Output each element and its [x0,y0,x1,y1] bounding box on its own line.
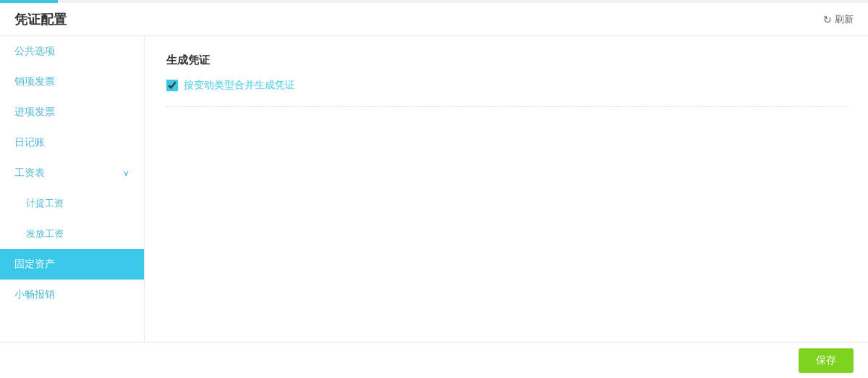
sidebar-item-label: 工资表 [14,167,45,180]
merge-by-type-label[interactable]: 按变动类型合并生成凭证 [184,79,295,92]
sidebar-item-public[interactable]: 公共选项 [0,36,144,67]
sidebar-item-label: 公共选项 [14,45,55,58]
sidebar-item-label: 计提工资 [26,197,64,210]
refresh-button[interactable]: ↻ 刷新 [823,13,854,26]
checkbox-row: 按变动类型合并生成凭证 [166,79,846,92]
merge-by-type-checkbox[interactable] [166,80,178,91]
sidebar-item-expense[interactable]: 小畅报销 [0,280,144,310]
sidebar-item-payroll-accrual[interactable]: 计提工资 [0,188,144,219]
header: 凭证配置 ↻ 刷新 [0,3,868,36]
sidebar-item-label: 发放工资 [26,227,64,240]
page-title: 凭证配置 [14,11,67,28]
sidebar-item-label: 日记账 [14,136,45,149]
section-title: 生成凭证 [166,54,846,67]
sidebar-item-payroll[interactable]: 工资表∨ [0,158,144,188]
main-content: 公共选项销项发票进项发票日记账工资表∨计提工资发放工资固定资产小畅报销 生成凭证… [0,36,868,342]
sidebar-item-label: 固定资产 [14,258,55,271]
top-accent-bar [0,0,58,3]
page-wrapper: 凭证配置 ↻ 刷新 公共选项销项发票进项发票日记账工资表∨计提工资发放工资固定资… [0,0,868,378]
chevron-down-icon: ∨ [123,168,129,178]
sidebar-item-label: 销项发票 [14,75,55,88]
sidebar-item-sales-invoice[interactable]: 销项发票 [0,67,144,97]
sidebar-item-label: 进项发票 [14,106,55,119]
sidebar: 公共选项销项发票进项发票日记账工资表∨计提工资发放工资固定资产小畅报销 [0,36,145,342]
refresh-label: 刷新 [835,13,854,26]
sidebar-item-journal[interactable]: 日记账 [0,127,144,158]
content-area: 生成凭证 按变动类型合并生成凭证 [145,36,868,342]
sidebar-item-payroll-issue[interactable]: 发放工资 [0,219,144,249]
sidebar-item-label: 小畅报销 [14,288,55,301]
sidebar-item-purchase-invoice[interactable]: 进项发票 [0,97,144,127]
footer: 保存 [0,342,868,378]
section-divider [166,106,846,107]
refresh-icon: ↻ [823,14,832,25]
save-button[interactable]: 保存 [799,348,854,373]
sidebar-item-fixed-assets[interactable]: 固定资产 [0,249,144,280]
